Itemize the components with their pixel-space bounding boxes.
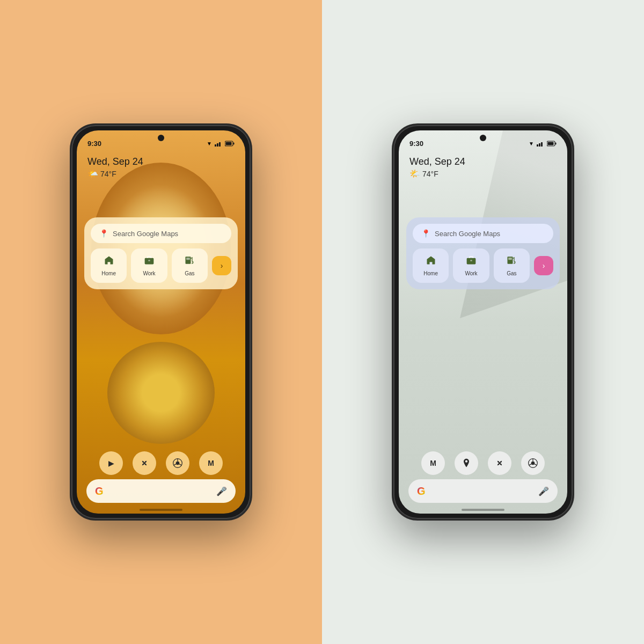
- search-text-left: Search Google Maps: [113, 230, 178, 238]
- location-pin-icon-left: 📍: [99, 229, 108, 238]
- wifi-icon-left: ▼: [207, 141, 212, 147]
- phone-right: 9:30 ▼ Wed, Sep 24: [392, 123, 574, 521]
- location-pin-icon-right: 📍: [421, 229, 430, 238]
- svg-point-29: [531, 462, 535, 465]
- status-time-left: 9:30: [87, 140, 101, 148]
- dock-maps-right[interactable]: [455, 451, 478, 475]
- wifi-icon-right: ▼: [529, 141, 534, 147]
- work-label-left: Work: [143, 270, 155, 276]
- shortcut-gas-right[interactable]: Gas: [494, 248, 530, 283]
- weather-right: 🌤️ 74°F: [409, 169, 557, 179]
- status-icons-left: ▼: [207, 141, 235, 147]
- work-icon-right: [466, 255, 477, 268]
- dock-gmail-left[interactable]: M: [199, 451, 223, 475]
- home-indicator-right: [462, 509, 504, 511]
- svg-rect-6: [145, 258, 154, 265]
- date-weather-left: Wed, Sep 24 🌤️ 74°F: [77, 152, 245, 185]
- svg-point-10: [144, 463, 145, 464]
- search-bar-left[interactable]: 📍 Search Google Maps: [91, 224, 231, 243]
- svg-rect-5: [226, 142, 232, 145]
- google-bar-right[interactable]: G 🎤: [408, 479, 558, 503]
- phone-right-screen: 9:30 ▼ Wed, Sep 24: [399, 130, 567, 514]
- status-time-right: 9:30: [409, 140, 423, 148]
- maps-widget-right: 📍 Search Google Maps Home: [406, 217, 560, 289]
- svg-rect-7: [148, 260, 150, 261]
- svg-line-31: [535, 464, 537, 466]
- weather-left: 🌤️ 74°F: [87, 169, 235, 179]
- pinwheel-icon-right: [494, 458, 505, 469]
- svg-rect-9: [186, 258, 190, 260]
- signal-icon-right: [537, 141, 544, 147]
- shortcut-home-left[interactable]: Home: [91, 248, 127, 283]
- dock-pinwheel-right[interactable]: [488, 451, 511, 475]
- shortcut-work-left[interactable]: Work: [131, 248, 167, 283]
- mic-icon-left: 🎤: [216, 486, 227, 496]
- more-shortcuts-left[interactable]: ›: [212, 256, 231, 275]
- work-icon-left: [144, 255, 155, 268]
- svg-point-12: [176, 462, 180, 465]
- home-label-right: Home: [423, 270, 438, 276]
- svg-rect-18: [541, 142, 543, 147]
- arrow-icon-left: ›: [221, 261, 223, 270]
- flower-decoration: [91, 336, 231, 444]
- svg-rect-25: [508, 258, 512, 260]
- svg-rect-17: [539, 143, 540, 147]
- dock-left: ▶: [77, 451, 245, 475]
- svg-line-15: [174, 464, 176, 466]
- google-logo-right: G: [417, 485, 426, 497]
- svg-line-32: [529, 464, 531, 466]
- youtube-icon-left: ▶: [108, 459, 114, 467]
- shortcut-work-right[interactable]: Work: [453, 248, 489, 283]
- svg-point-27: [499, 463, 501, 464]
- date-weather-right: Wed, Sep 24 🌤️ 74°F: [399, 152, 567, 185]
- search-bar-right[interactable]: 📍 Search Google Maps: [413, 224, 553, 243]
- home-icon-right: [426, 255, 436, 268]
- mic-icon-right: 🎤: [538, 486, 549, 496]
- more-shortcuts-right[interactable]: ›: [534, 256, 553, 275]
- camera-notch-right: [480, 135, 486, 141]
- google-bar-left[interactable]: G 🎤: [86, 479, 236, 503]
- home-label-left: Home: [101, 270, 116, 276]
- svg-rect-21: [548, 142, 554, 145]
- svg-rect-2: [219, 142, 221, 147]
- shortcuts-row-right: Home Work: [413, 248, 553, 283]
- maps-widget-left: 📍 Search Google Maps Home: [84, 217, 238, 289]
- sun-icon-left: 🌤️: [87, 169, 98, 179]
- dock-chrome-left[interactable]: [166, 451, 189, 475]
- chrome-icon-right: [528, 458, 538, 469]
- svg-rect-1: [217, 143, 218, 147]
- status-bar-right: 9:30 ▼: [399, 130, 567, 152]
- arrow-icon-right: ›: [543, 261, 545, 270]
- gmail-icon-left: M: [208, 459, 214, 467]
- home-indicator-left: [140, 509, 182, 511]
- dock-gmail-right[interactable]: M: [421, 451, 445, 475]
- svg-point-26: [465, 460, 467, 463]
- svg-rect-22: [467, 258, 476, 265]
- dock-chrome-right[interactable]: [521, 451, 545, 475]
- status-bar-left: 9:30 ▼: [77, 130, 245, 152]
- dock-right: M: [399, 451, 567, 475]
- google-logo-left: G: [95, 485, 104, 497]
- date-right: Wed, Sep 24: [409, 156, 557, 167]
- camera-notch-left: [158, 135, 164, 141]
- gas-label-left: Gas: [185, 270, 194, 276]
- signal-icon-left: [215, 141, 222, 147]
- status-icons-right: ▼: [529, 141, 557, 147]
- dock-youtube-left[interactable]: ▶: [99, 451, 123, 475]
- svg-rect-20: [555, 142, 557, 144]
- home-icon-left: [104, 255, 114, 268]
- gas-icon-left: [184, 255, 195, 268]
- shortcut-gas-left[interactable]: Gas: [172, 248, 208, 283]
- shortcut-home-right[interactable]: Home: [413, 248, 449, 283]
- maps-icon-right: [461, 458, 472, 469]
- work-label-right: Work: [465, 270, 477, 276]
- sun-icon-right: 🌤️: [409, 169, 420, 179]
- gmail-icon-right: M: [430, 459, 436, 467]
- right-background: 9:30 ▼ Wed, Sep 24: [322, 0, 644, 644]
- chrome-icon-left: [172, 458, 183, 469]
- svg-rect-16: [537, 144, 538, 147]
- dock-pinwheel-left[interactable]: [133, 451, 156, 475]
- phone-left: 9:30 ▼ Wed, Sep 24: [70, 123, 252, 521]
- battery-icon-right: [547, 141, 557, 147]
- battery-icon-left: [225, 141, 235, 147]
